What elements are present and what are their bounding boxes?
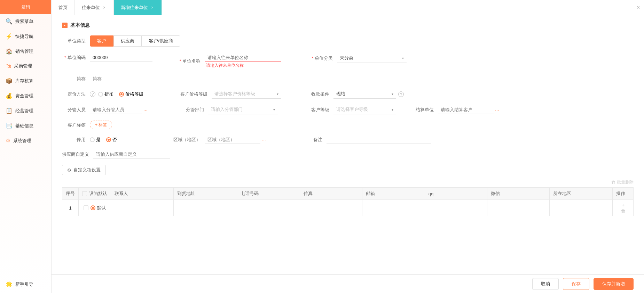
fax-input[interactable] [304,205,359,211]
unit-type-label: 单位类型 [62,38,90,44]
remark-label: 备注 [299,137,327,143]
unit-category-select[interactable]: 未分类 ▾ [337,54,407,63]
field-unit-code: 单位编码 [62,54,166,62]
address-input[interactable] [177,205,233,211]
department-arrow: ▾ [273,108,275,112]
wechat-input[interactable] [491,205,546,211]
cell-fax[interactable] [300,200,362,216]
unit-type-row: 单位类型 客户 供应商 客户/供应商 [62,35,634,47]
section-icon: ▪ [62,23,68,28]
tab-new-partner[interactable]: 新增往来单位 × [114,0,162,15]
unit-type-field: 单位类型 客户 供应商 客户/供应商 [62,35,271,47]
remark-input[interactable] [327,136,431,144]
section-title: 基本信息 [70,22,90,29]
manager-more-btn[interactable]: ··· [142,107,149,113]
pricing-radio-group: 折扣 价格等级 [98,91,143,97]
radio-disabled-no[interactable]: 否 [106,137,117,143]
sidebar-item-inventory[interactable]: 📦 库存核算 [0,73,51,88]
sidebar-item-label: 资金管理 [15,93,33,99]
type-btn-customer[interactable]: 客户 [90,35,113,47]
payment-terms-label: 收款条件 [306,91,333,97]
unit-name-input[interactable] [205,54,281,62]
col-contact: 联系人 [111,188,174,200]
qq-input[interactable] [429,205,484,211]
cell-contact[interactable] [111,200,174,216]
radio-no-circle [106,137,111,142]
table-row: 1 默认 [62,200,634,216]
batch-delete-area: 🗑 批量删除 [62,179,634,185]
cell-address[interactable] [174,200,237,216]
payment-help-icon[interactable]: ? [398,91,404,97]
disabled-label: 停用 [62,137,90,143]
type-btn-both[interactable]: 客户/供应商 [142,35,180,47]
batch-delete-label[interactable]: 批量删除 [617,179,634,185]
region-input[interactable] [553,205,609,211]
department-select[interactable]: 请输入分管部门 ▾ [208,105,278,114]
short-name-input[interactable] [90,75,152,83]
custom-settings-button[interactable]: ⚙ 自定义项设置 [62,165,106,175]
manager-input[interactable] [90,106,142,114]
tab-partners-close[interactable]: × [102,5,107,10]
area-more-btn[interactable]: ··· [260,137,267,143]
phone-input[interactable] [241,205,296,211]
area-input[interactable] [205,136,260,144]
cell-phone[interactable] [237,200,300,216]
email-input[interactable] [366,205,421,211]
sidebar-item-label: 采购管理 [14,63,32,69]
save-new-button[interactable]: 保存并新增 [594,278,634,290]
supplier-custom-input[interactable] [93,150,170,158]
cell-seq: 1 [62,200,79,216]
col-region: 所在地区 [550,188,613,200]
cancel-button[interactable]: 取消 [532,278,559,290]
sidebar-item-search[interactable]: 🔍 搜索菜单 [0,14,51,29]
row-disabled-area: 停用 是 否 区域（地区） ··· 备注 [62,136,634,144]
radio-price-level[interactable]: 价格等级 [119,91,143,97]
type-btn-supplier[interactable]: 供应商 [113,35,142,47]
settlement-unit-more-btn[interactable]: ··· [494,107,501,113]
manager-label: 分管人员 [62,107,90,113]
customer-price-level-select[interactable]: 请选择客户价格等级 ▾ [212,89,281,99]
cell-qq[interactable] [425,200,487,216]
unit-category-value: 未分类 [340,55,353,61]
sidebar-item-purchase[interactable]: 🛍 采购管理 [0,59,51,73]
sidebar-item-sales[interactable]: 🏠 销售管理 [0,44,51,59]
customer-level-placeholder: 请选择客户等级 [336,106,368,113]
sidebar-item-ops[interactable]: 📋 经营管理 [0,103,51,118]
unit-name-error: 请输入往来单位名称 [205,63,281,68]
unit-name-container: 请输入往来单位名称 [205,54,281,68]
customer-price-level-label: 客户价格等级 [180,91,212,97]
add-row-btn[interactable]: ＋ [621,202,626,207]
field-payment-terms: 收款条件 现结 ▾ ? [299,89,431,99]
sidebar-item-system[interactable]: ⚙ 系统管理 [0,133,51,148]
customer-level-select[interactable]: 请选择客户等级 ▾ [333,105,396,114]
sidebar-item-base[interactable]: 📑 基础信息 [0,118,51,133]
add-tag-button[interactable]: + 标签 [90,121,112,129]
radio-disabled-yes[interactable]: 是 [90,137,101,143]
default-radio[interactable]: 默认 [91,205,106,211]
row-supplier-custom: 供应商自定义 [62,150,634,158]
row-unit-info: 单位编码 单位名称 请输入往来单位名称 单位分类 未分类 ▾ [62,54,634,68]
save-button[interactable]: 保存 [563,278,589,290]
sidebar-item-quick-nav[interactable]: ⚡ 快捷导航 [0,29,51,44]
delete-row-btn[interactable]: 🗑 [621,208,626,214]
radio-discount[interactable]: 折扣 [98,91,113,97]
sidebar-item-finance[interactable]: 💰 资金管理 [0,88,51,103]
settlement-unit-input[interactable] [438,106,494,114]
payment-terms-select[interactable]: 现结 ▾ [333,89,396,99]
pricing-help-icon[interactable]: ? [90,91,95,97]
cell-region[interactable] [550,200,613,216]
field-department: 分管部门 请输入分管部门 ▾ [173,105,299,114]
select-all-checkbox[interactable] [82,191,87,196]
contact-input[interactable] [115,205,170,211]
cell-email[interactable] [362,200,425,216]
cell-wechat[interactable] [487,200,549,216]
tab-new-partner-close[interactable]: × [150,5,155,10]
tab-partners[interactable]: 往来单位 × [75,0,114,15]
radio-yes-circle [90,137,95,142]
unit-code-input[interactable] [90,54,152,62]
sidebar-item-guide[interactable]: 🌟 新手引导 [0,278,51,290]
row-checkbox[interactable] [84,205,88,210]
tab-home[interactable]: 首页 [52,0,75,15]
tab-bar-close-all[interactable]: × [637,5,640,11]
sidebar-logo: 进销 [0,0,51,14]
